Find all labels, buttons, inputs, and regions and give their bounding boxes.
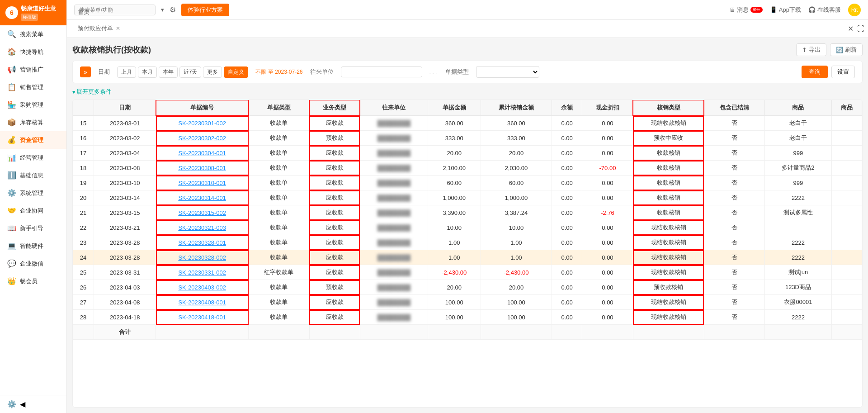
slip-no-link[interactable]: SK-20230418-001 — [178, 314, 226, 321]
cell-4-0: 19 — [73, 176, 94, 190]
tab-expand-button[interactable]: ⛶ — [857, 24, 864, 33]
query-button[interactable]: 查询 — [802, 66, 828, 78]
sidebar-item-inventory[interactable]: 📦库存核算 — [0, 114, 66, 131]
cell-9-10: 现结收款核销 — [633, 250, 704, 265]
cell-7-5: ████████ — [360, 220, 428, 235]
cell-8-7: 1.00 — [481, 235, 552, 250]
sidebar-item-search[interactable]: 🔍搜索菜单 — [0, 25, 66, 43]
cell-5-6: 1,000.00 — [428, 190, 481, 205]
sidebar-nav: 🔍搜索菜单🏠快捷导航📢营销推广📋销售管理🏪采购管理📦库存核算💰资金管理📊经营管理… — [0, 25, 66, 290]
sidebar-icon-guide: 📖 — [7, 224, 16, 233]
expand-label: 展开更多条件 — [76, 88, 112, 96]
cell-13-3: 收款单 — [249, 310, 310, 325]
tab-close-prepay[interactable]: ✕ — [116, 25, 120, 32]
sidebar-item-sales[interactable]: 📋销售管理 — [0, 78, 66, 96]
settings-icon[interactable]: ⚙️ — [7, 400, 16, 408]
cell-0-8: 0.00 — [552, 116, 582, 131]
slip-no-link[interactable]: SK-20230331-002 — [178, 269, 226, 276]
sidebar-item-marketing[interactable]: 📢营销推广 — [0, 61, 66, 78]
filter-settings-button[interactable]: 设置 — [831, 66, 855, 78]
refresh-button[interactable]: 🔄 刷新 — [830, 43, 863, 56]
sidebar-item-business[interactable]: 📊经营管理 — [0, 149, 66, 166]
filter-toggle-button[interactable]: » — [80, 66, 91, 77]
slip-no-link[interactable]: SK-20230301-002 — [178, 120, 226, 127]
slip-no-link[interactable]: SK-20230328-001 — [178, 239, 226, 246]
slip-no-link[interactable]: SK-20230321-003 — [178, 224, 226, 231]
sidebar-item-system[interactable]: ⚙️系统管理 — [0, 184, 66, 202]
cell-3-1: 2023-03-08 — [94, 161, 156, 176]
solution-button[interactable]: 体验行业方案 — [181, 4, 229, 16]
tab-prepay[interactable]: 预付款应付单✕ — [71, 21, 127, 37]
sidebar-item-basic[interactable]: ℹ️基础信息 — [0, 166, 66, 184]
cell-11-6: 20.00 — [428, 280, 481, 295]
cell-3-6: 2,100.00 — [428, 161, 481, 176]
collapse-icon[interactable]: ◀ — [20, 400, 25, 408]
sidebar-item-shortcut[interactable]: 🏠快捷导航 — [0, 43, 66, 61]
cell-3-2: SK-20230308-001 — [156, 161, 249, 176]
cell-4-4: 应收款 — [309, 176, 360, 190]
sidebar-item-wechat[interactable]: 💬企业微信 — [0, 255, 66, 272]
slip-no-link[interactable]: SK-20230315-002 — [178, 209, 226, 216]
data-table: 日期单据编号单据类型业务类型往来单位单据金额累计核销金额余额现金折扣核销类型包含… — [73, 100, 862, 340]
user-avatar[interactable]: Rit — [848, 4, 861, 16]
slip-no-link[interactable]: SK-20230310-001 — [178, 180, 226, 186]
date-range-display: 不限 至 2023-07-26 — [255, 68, 302, 76]
partner-input[interactable] — [341, 66, 422, 77]
sidebar-label-basic: 基础信息 — [20, 171, 43, 180]
slip-no-link[interactable]: SK-20230308-001 — [178, 165, 226, 171]
slip-no-link[interactable]: SK-20230304-001 — [178, 150, 226, 157]
cell-13-6: 100.00 — [428, 310, 481, 325]
table-row: 152023-03-01SK-20230301-002收款单应收款███████… — [73, 116, 862, 131]
tabs-bar: 首页预付款应付单✕收款核销执行✕ ✕ ⛶ — [67, 20, 868, 38]
topbar-dropdown-icon[interactable]: ▾ — [161, 6, 164, 13]
partner-text: ████████ — [377, 224, 410, 231]
cell-5-2: SK-20230314-001 — [156, 190, 249, 205]
date-btn-7days[interactable]: 近7天 — [179, 66, 202, 78]
cell-2-2: SK-20230304-001 — [156, 146, 249, 161]
col-header-0 — [73, 100, 94, 116]
sidebar-item-member[interactable]: 👑畅会员 — [0, 272, 66, 290]
cell-11-9: 0.00 — [582, 280, 633, 295]
cell-12-9: 0.00 — [582, 295, 633, 310]
col-header-3: 单据类型 — [249, 100, 310, 116]
sidebar-item-finance[interactable]: 💰资金管理 — [0, 131, 66, 149]
data-table-wrap: 日期单据编号单据类型业务类型往来单位单据金额累计核销金额余额现金折扣核销类型包含… — [72, 100, 863, 408]
sidebar-item-hardware[interactable]: 💻智能硬件 — [0, 237, 66, 255]
slip-no-link[interactable]: SK-20230408-001 — [178, 299, 226, 306]
tab-home[interactable]: 首页 — [71, 5, 127, 21]
slip-no-link[interactable]: SK-20230403-002 — [178, 284, 226, 291]
topbar-message[interactable]: 🖥 消息 99+ — [729, 6, 763, 14]
sidebar-item-corp[interactable]: 🤝企业协同 — [0, 202, 66, 219]
cell-0-2: SK-20230301-002 — [156, 116, 249, 131]
sidebar-item-guide[interactable]: 📖新手引导 — [0, 219, 66, 237]
date-btn-custom[interactable]: 自定义 — [224, 66, 248, 78]
cell-5-8: 0.00 — [552, 190, 582, 205]
export-button[interactable]: ⬆ 导出 — [796, 43, 826, 56]
cell-12-5: ████████ — [360, 295, 428, 310]
date-btn-this-year[interactable]: 本年 — [159, 66, 178, 78]
topbar-service[interactable]: 🎧 在线客服 — [808, 6, 841, 14]
slip-no-link[interactable]: SK-20230302-002 — [178, 135, 226, 142]
slip-no-link[interactable]: SK-20230328-002 — [178, 254, 226, 261]
expand-conditions-btn[interactable]: ▾ 展开更多条件 — [72, 88, 863, 96]
partner-text: ████████ — [377, 209, 410, 216]
partner-text: ████████ — [377, 120, 410, 127]
footer-cell-7 — [481, 325, 552, 340]
topbar-gear-icon[interactable]: ⚙ — [170, 5, 176, 14]
date-btn-more[interactable]: 更多 — [203, 66, 222, 78]
date-btn-this-month[interactable]: 本月 — [138, 66, 157, 78]
cell-8-8: 0.00 — [552, 235, 582, 250]
cell-6-9: -2.76 — [582, 205, 633, 220]
partner-text: ████████ — [377, 254, 410, 261]
logo-text: 畅康道好生意 — [21, 5, 56, 13]
slip-type-select[interactable] — [476, 66, 539, 78]
footer-cell-1: 合计 — [94, 325, 156, 340]
topbar-app-download[interactable]: 📱 App下载 — [770, 6, 801, 14]
sidebar-item-purchase[interactable]: 🏪采购管理 — [0, 96, 66, 114]
col-header-7: 累计核销金额 — [481, 100, 552, 116]
filter-dots: ... — [429, 69, 439, 76]
date-btn-prev-month[interactable]: 上月 — [117, 66, 136, 78]
tab-close-button[interactable]: ✕ — [848, 24, 854, 33]
cell-3-3: 收款单 — [249, 161, 310, 176]
slip-no-link[interactable]: SK-20230314-001 — [178, 195, 226, 201]
